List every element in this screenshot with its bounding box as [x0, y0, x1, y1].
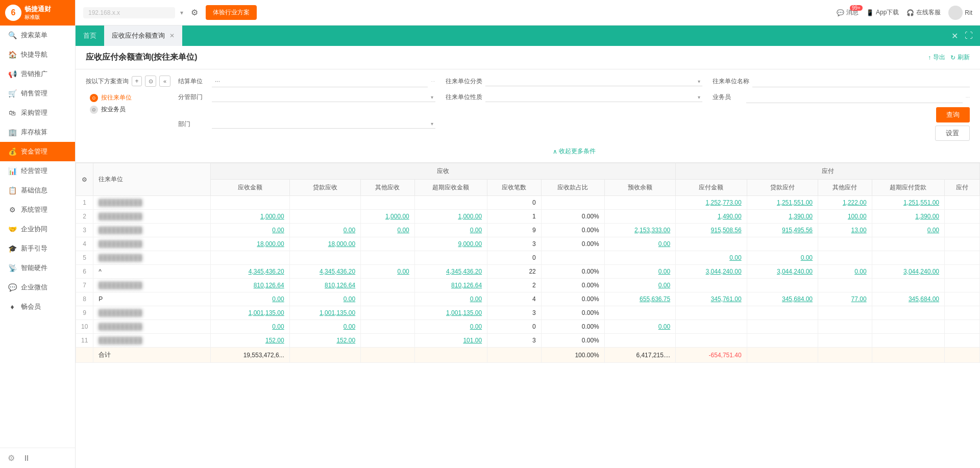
tab-close-window-button[interactable]: ✕ — [949, 29, 960, 43]
export-button[interactable]: ↑ 导出 — [928, 53, 945, 62]
online-service-button[interactable]: 🎧 在线客服 — [906, 8, 941, 17]
cell-ar_prepay — [604, 251, 675, 265]
cell-ap_amount[interactable]: 915,508.56 — [676, 224, 747, 237]
tab-receivable[interactable]: 应收应付余额查询 ✕ — [104, 26, 182, 46]
tab-maximize-button[interactable]: ⛶ — [963, 29, 975, 42]
cell-ap_amount[interactable] — [676, 334, 747, 348]
filter-wanglai-category: 往来单位分类 ▾ — [446, 76, 703, 87]
sidebar-item-guide[interactable]: 🎓 新手引导 — [0, 239, 75, 258]
wanglai-category-select[interactable]: ▾ — [485, 77, 703, 86]
collapse-icon[interactable]: ⏸ — [22, 454, 31, 463]
cell-ar_amount[interactable] — [210, 196, 289, 210]
row-num: 2 — [76, 210, 93, 224]
wanglai-nature-select[interactable]: ▾ — [485, 93, 703, 102]
table-row: 8P0.000.000.0040.00%655,636.75345,761.00… — [76, 292, 980, 306]
cell-ar_loan: 0.00 — [289, 320, 360, 334]
app-download-button[interactable]: 📱 App下载 — [866, 8, 899, 17]
cell-ar_amount[interactable]: 0.00 — [210, 292, 289, 306]
cell-ap_amount[interactable]: 0.00 — [676, 251, 747, 265]
sidebar-item-wechat[interactable]: 💬 企业微信 — [0, 278, 75, 297]
cell-ap_other: 77.00 — [818, 292, 872, 306]
fenguan-select[interactable]: ▾ — [212, 93, 435, 102]
cell-ar_amount[interactable] — [210, 251, 289, 265]
cell-ar_amount[interactable]: 18,000.00 — [210, 237, 289, 251]
cell-ar_other — [361, 334, 415, 348]
cell-ar_amount[interactable]: 810,126.64 — [210, 279, 289, 292]
schema-by-unit[interactable]: ⊙ 按往来单位 — [86, 92, 170, 104]
schema-by-staff[interactable]: ⊙ 按业务员 — [86, 104, 170, 115]
dept-select[interactable]: ▾ — [212, 119, 435, 129]
cell-ar_count: 0 — [487, 196, 542, 210]
cell-ap_amount[interactable] — [676, 279, 747, 292]
main-content: 应收应付余额查询(按往来单位) ↑ 导出 ↻ 刷新 按以下方案查询 — [76, 46, 980, 468]
sidebar-item-hardware[interactable]: 📡 智能硬件 — [0, 258, 75, 278]
settings-bottom-icon[interactable]: ⚙ — [8, 453, 15, 463]
sidebar-item-collab[interactable]: 🤝 企业协同 — [0, 219, 75, 239]
refresh-icon: ↻ — [950, 54, 955, 61]
sidebar-item-fund[interactable]: 💰 资金管理 — [0, 142, 75, 161]
cell-ap_amount[interactable]: 3,044,240.00 — [676, 265, 747, 279]
setting-button[interactable]: 设置 — [935, 126, 970, 141]
cell-ap_amount[interactable] — [676, 306, 747, 320]
sidebar-item-search[interactable]: 🔍 搜索菜单 — [0, 26, 75, 45]
marketing-icon: 📢 — [8, 70, 17, 78]
cell-ar_amount[interactable]: 152.00 — [210, 334, 289, 348]
tab-home[interactable]: 首页 — [76, 26, 104, 46]
query-button[interactable]: 查询 — [936, 107, 970, 122]
user-menu[interactable]: Rit — [948, 6, 972, 20]
cell-ar_loan — [289, 210, 360, 224]
cell-ap_amount[interactable]: 1,252,773.00 — [676, 196, 747, 210]
wanglai-name-input[interactable] — [752, 76, 970, 87]
table-container[interactable]: ⚙ 往来单位 应收 应付 应收金额 贷款应收 其他应收 超期应收金额 应收笔数 … — [76, 163, 980, 468]
cell-ap_other: 0.00 — [818, 265, 872, 279]
sidebar-item-marketing[interactable]: 📢 营销推广 — [0, 64, 75, 84]
topbar-chevron-icon[interactable]: ▾ — [180, 9, 183, 16]
filter-target-button[interactable]: ⊙ — [145, 76, 156, 87]
cell-ap_extra — [945, 292, 980, 306]
cell-ap_other — [818, 251, 872, 265]
cell-ar_ratio — [541, 196, 604, 210]
sidebar-item-system[interactable]: ⚙ 系统管理 — [0, 200, 75, 219]
cell-ap_extra — [945, 265, 980, 279]
cell-ar_amount[interactable]: 1,001,135.00 — [210, 306, 289, 320]
cell-ar_other: 0.00 — [361, 265, 415, 279]
sidebar-item-sales[interactable]: 🛒 销售管理 — [0, 84, 75, 103]
query-buttons: 查询 设置 — [713, 107, 970, 141]
cell-ap_amount[interactable] — [676, 237, 747, 251]
cell-ap_extra — [945, 224, 980, 237]
refresh-button[interactable]: ↻ 刷新 — [950, 53, 970, 62]
table-row: 11██████████152.00152.00101.0030.00% — [76, 334, 980, 348]
cell-ar_amount[interactable]: 0.00 — [210, 224, 289, 237]
sidebar-item-operate[interactable]: 📊 经营管理 — [0, 161, 75, 181]
cell-ap_amount[interactable]: 1,490.00 — [676, 210, 747, 224]
sidebar-item-inventory[interactable]: 🏢 库存核算 — [0, 122, 75, 142]
tab-close-icon[interactable]: ✕ — [169, 32, 175, 39]
cell-ar_amount[interactable]: 0.00 — [210, 320, 289, 334]
cell-ar_amount[interactable]: 1,000.00 — [210, 210, 289, 224]
cell-ar_amount[interactable]: 4,345,436.20 — [210, 265, 289, 279]
sidebar-item-basic[interactable]: 📋 基础信息 — [0, 181, 75, 200]
cell-ap_amount[interactable]: 345,761.00 — [676, 292, 747, 306]
filter-collapse-button[interactable]: « — [159, 76, 170, 87]
sidebar-item-member[interactable]: ♦ 畅会员 — [0, 297, 75, 316]
table-settings-col[interactable]: ⚙ — [76, 163, 93, 196]
filter-add-button[interactable]: + — [132, 76, 142, 86]
collapse-more-button[interactable]: ∧ 收起更多条件 — [178, 145, 970, 158]
table-row: 9██████████1,001,135.001,001,135.001,001… — [76, 306, 980, 320]
cell-ap_other — [818, 306, 872, 320]
cell-ap_amount[interactable] — [676, 320, 747, 334]
topbar-gear-icon[interactable]: ⚙ — [188, 5, 201, 20]
tabbar-actions: ✕ ⛶ — [949, 29, 980, 43]
sidebar-item-quick-nav[interactable]: 🏠 快捷导航 — [0, 45, 75, 64]
cell-ar_loan — [289, 196, 360, 210]
col-ap-amount: 应付金额 — [676, 180, 747, 196]
jiesuan-input[interactable] — [212, 76, 428, 87]
message-button[interactable]: 💬 消息 99+ — [837, 8, 859, 17]
sidebar-item-purchase[interactable]: 🛍 采购管理 — [0, 103, 75, 122]
cell-ap_overdue — [872, 306, 944, 320]
cell-ar_prepay: 655,636.75 — [604, 292, 675, 306]
footer-label: 合计 — [93, 348, 211, 363]
cell-ap_loan: 1,390.00 — [747, 210, 818, 224]
business-input[interactable] — [746, 91, 962, 103]
solution-button[interactable]: 体验行业方案 — [206, 5, 257, 20]
